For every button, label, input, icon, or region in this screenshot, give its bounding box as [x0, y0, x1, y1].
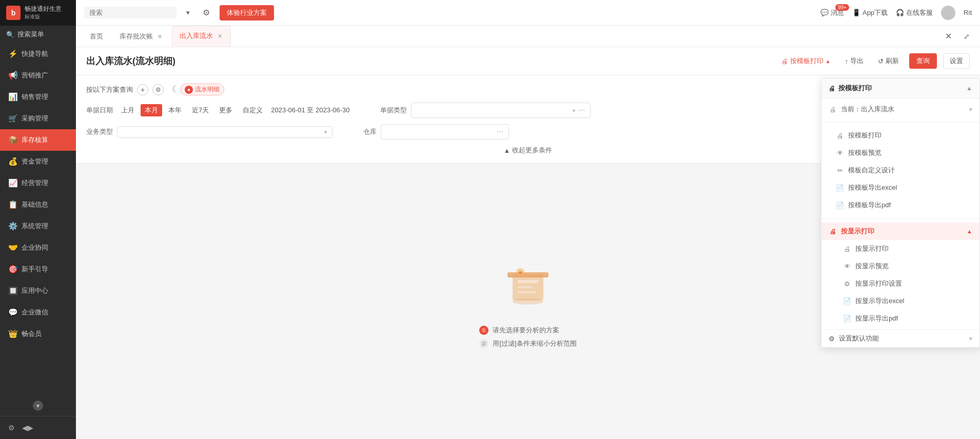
sidebar-item-label: 基础信息 [22, 200, 48, 209]
topbar-gear-icon[interactable]: ⚙ [199, 6, 213, 20]
collapse-sidebar-icon[interactable]: ◀▶ [22, 422, 34, 434]
guide-icon: 🎯 [8, 265, 17, 274]
template-preview-label: 按模板预览 [848, 148, 881, 157]
date-tab-custom[interactable]: 自定义 [239, 104, 267, 116]
filter-date-field: 单据日期 上月 本月 本年 近7天 更多 自定义 2023-06-01 至 20… [86, 104, 349, 116]
sidebar-item-quick-nav[interactable]: ⚡ 快捷导航 [0, 43, 76, 65]
sidebar-item-cooperation[interactable]: 🤝 企业协同 [0, 237, 76, 258]
template-print-dropdown-arrow[interactable]: ▲ [826, 58, 831, 64]
template-print-btn[interactable]: 🖨 按模板打印 ▲ [777, 54, 835, 68]
settings-btn[interactable]: 设置 [943, 53, 970, 69]
dropdown-template-export-excel[interactable]: 📄 按模板导出excel [821, 179, 979, 196]
tab-batch-account[interactable]: 库存批次账 ✕ [112, 26, 171, 47]
warehouse-input[interactable]: ··· [381, 124, 509, 139]
industry-btn[interactable]: 体验行业方案 [220, 5, 274, 21]
service-icon: 🎧 [896, 9, 904, 16]
tabs-bar: 首页 库存批次账 ✕ 出入库流水 ✕ ✕ ⤢ [76, 26, 980, 47]
query-btn[interactable]: 查询 [909, 53, 937, 69]
dropdown-template-custom[interactable]: ✏ 模板自定义设计 [821, 162, 979, 179]
doc-type-select[interactable]: ▾ ··· [411, 103, 591, 118]
dropdown-display-print-header[interactable]: 🖨 按显示打印 ▲ [821, 223, 979, 240]
filter-add-btn[interactable]: + [137, 84, 148, 95]
sidebar-scroll-down[interactable]: ▼ [33, 401, 43, 411]
display-export-excel-icon: 📄 [843, 297, 851, 305]
topbar-username[interactable]: Rit [964, 9, 972, 16]
marketing-icon: 📢 [8, 71, 17, 80]
biz-type-select[interactable]: ▾ [117, 126, 332, 138]
sidebar-item-basic[interactable]: 📋 基础信息 [0, 194, 76, 215]
display-section-arrow[interactable]: ▲ [967, 228, 972, 234]
refresh-icon: ↺ [878, 57, 884, 65]
dropdown-display-preview[interactable]: 👁 按显示预览 [821, 257, 979, 275]
topbar-search-input[interactable] [89, 9, 156, 16]
tab-home[interactable]: 首页 [82, 26, 111, 47]
sidebar-item-guide[interactable]: 🎯 新手引导 [0, 258, 76, 280]
cooperation-icon: 🤝 [8, 243, 17, 252]
topbar-app-btn[interactable]: 📱 App下载 [852, 8, 888, 17]
dropdown-footer-arrow: ▾ [969, 335, 972, 342]
date-tab-this-year[interactable]: 本年 [164, 104, 186, 116]
dropdown-display-print[interactable]: 🖨 按显示打印 [821, 240, 979, 257]
logo-icon: b [6, 6, 21, 20]
inventory-icon: 📦 [8, 135, 17, 145]
quick-nav-icon: ⚡ [8, 49, 17, 58]
service-label: 在线客服 [906, 8, 933, 17]
filter-collapse-btn[interactable]: 《 [168, 84, 176, 95]
sidebar: b 畅捷通好生意 标准版 🔍 搜索菜单 ⚡ 快捷导航 📢 营销推广 📊 销售管理… [0, 0, 76, 439]
sidebar-item-system[interactable]: ⚙️ 系统管理 [0, 215, 76, 237]
sidebar-item-app-center[interactable]: 🔲 应用中心 [0, 280, 76, 302]
dropdown-collapse-arrow[interactable]: ▲ [966, 85, 972, 92]
empty-step-2: ② 用[过滤]条件来缩小分析范围 [479, 339, 576, 348]
topbar-service-btn[interactable]: 🎧 在线客服 [896, 8, 933, 17]
sidebar-item-membership[interactable]: 👑 畅会员 [0, 323, 76, 345]
template-print-item-label: 按模板打印 [848, 131, 881, 140]
refresh-btn[interactable]: ↺ 刷新 [874, 54, 903, 68]
doc-type-more-btn[interactable]: ··· [578, 106, 585, 115]
dropdown-template-preview[interactable]: 👁 按模板预览 [821, 144, 979, 162]
dropdown-display-export-excel[interactable]: 📄 按显示导出excel [821, 292, 979, 310]
template-print-dropdown: 🖨 按模板打印 ▲ 🖨 当前：出入库流水 ▾ 🖨 按模板打印 [821, 78, 980, 348]
dropdown-display-print-settings[interactable]: ⚙ 按显示打印设置 [821, 275, 979, 292]
filter-warehouse-field: 仓库 ··· [363, 124, 509, 139]
export-btn[interactable]: ↑ 导出 [841, 54, 868, 68]
dropdown-template-print[interactable]: 🖨 按模板打印 [821, 127, 979, 144]
sidebar-item-marketing[interactable]: 📢 营销推广 [0, 65, 76, 86]
display-print-settings-label: 按显示打印设置 [855, 279, 902, 288]
sidebar-item-enterprise-wx[interactable]: 💬 企业微信 [0, 302, 76, 323]
dropdown-footer[interactable]: ⚙ 设置默认功能 ▾ [821, 329, 979, 347]
topbar-search[interactable] [84, 7, 177, 18]
dropdown-current-arrow: ▾ [969, 106, 972, 113]
biz-type-dropdown-arrow: ▾ [324, 129, 327, 135]
template-export-pdf-icon: 📄 [836, 201, 844, 209]
sidebar-item-inventory[interactable]: 📦 库存核算 [0, 129, 76, 151]
date-tab-more[interactable]: 更多 [215, 104, 237, 116]
sidebar-item-finance[interactable]: 💰 资金管理 [0, 151, 76, 172]
dropdown-template-export-pdf[interactable]: 📄 按模板导出pdf [821, 196, 979, 214]
tab-batch-account-close[interactable]: ✕ [156, 33, 163, 40]
step-1-text: 请先选择要分析的方案 [493, 326, 559, 335]
tab-stock-flow[interactable]: 出入库流水 ✕ [172, 26, 231, 47]
sidebar-item-purchase[interactable]: 🛒 采购管理 [0, 108, 76, 129]
search-menu-btn[interactable]: 🔍 搜索菜单 [0, 26, 76, 43]
warehouse-more-btn[interactable]: ··· [497, 127, 503, 136]
dropdown-current-item[interactable]: 🖨 当前：出入库流水 ▾ [821, 101, 979, 118]
settings-icon[interactable]: ⚙ [5, 422, 17, 434]
page-title: 出入库流水(流水明细) [86, 55, 175, 67]
topbar-avatar[interactable] [941, 6, 955, 20]
date-tab-last-month[interactable]: 上月 [117, 104, 139, 116]
tab-stock-flow-close[interactable]: ✕ [216, 32, 223, 39]
date-tabs: 上月 本月 本年 近7天 更多 自定义 [117, 104, 267, 116]
date-tab-this-month[interactable]: 本月 [141, 104, 162, 116]
filter-setting-btn[interactable]: ⚙ [152, 84, 164, 95]
sidebar-item-sales[interactable]: 📊 销售管理 [0, 86, 76, 108]
topbar-msg-btn[interactable]: 💬 消息 99+ [820, 8, 844, 17]
tabs-expand-btn[interactable]: ⤢ [959, 29, 974, 44]
sidebar-item-operations[interactable]: 📈 经营管理 [0, 172, 76, 194]
date-tab-7days[interactable]: 近7天 [188, 104, 213, 116]
display-print-settings-icon: ⚙ [843, 280, 851, 288]
topbar-search-dropdown[interactable]: ▾ [183, 8, 193, 18]
tabs-close-all-btn[interactable]: ✕ [941, 29, 955, 44]
dropdown-display-export-pdf[interactable]: 📄 按显示导出pdf [821, 310, 979, 327]
warehouse-label: 仓库 [363, 127, 377, 136]
sidebar-item-label: 经营管理 [22, 178, 48, 188]
